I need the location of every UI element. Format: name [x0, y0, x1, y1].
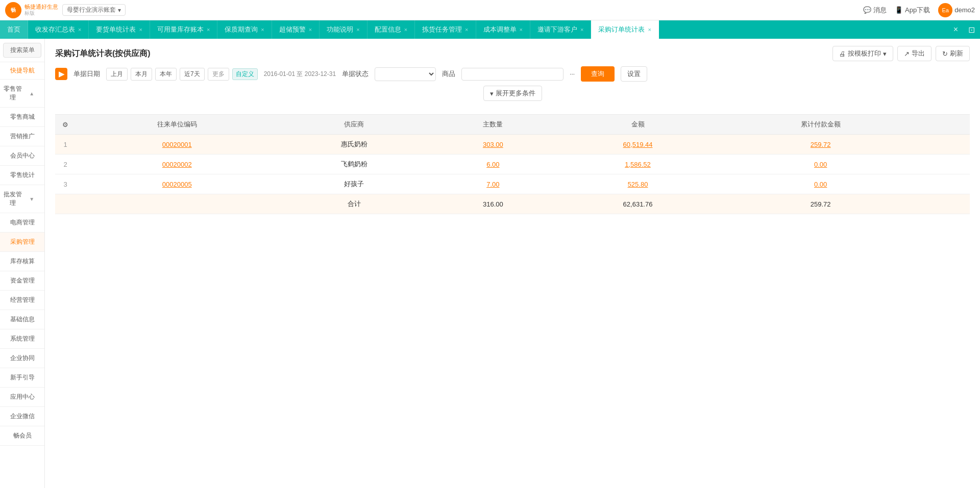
- sidebar-item-purchase-mgmt[interactable]: 采购管理: [0, 233, 44, 252]
- quick-nav-btn[interactable]: 快捷导航: [0, 62, 44, 80]
- export-icon: ↗: [904, 50, 910, 58]
- tab-close-icon[interactable]: ×: [78, 27, 81, 33]
- sidebar-item-ops-mgmt[interactable]: 经营管理: [0, 291, 44, 310]
- tab-close-icon[interactable]: ×: [580, 27, 583, 33]
- export-button[interactable]: ↗ 导出: [897, 46, 932, 61]
- search-menu-btn[interactable]: 搜索菜单: [3, 43, 41, 58]
- tab-feature-desc[interactable]: 功能说明 ×: [320, 20, 367, 39]
- goods-more-btn[interactable]: ···: [570, 70, 575, 78]
- sidebar-item-retail-mgmt[interactable]: 零售管理 ▲: [0, 80, 44, 108]
- workspace-name: 母婴行业演示账套: [67, 6, 116, 14]
- this-month-btn[interactable]: 本月: [131, 68, 152, 81]
- row-amount[interactable]: 525.80: [556, 174, 719, 194]
- user-info[interactable]: Ea demo2: [938, 3, 975, 17]
- data-table: ⚙ 往来单位编码 供应商 主数量 金额 累计付款金额 1 00020001 惠氏…: [55, 114, 970, 214]
- sidebar-item-basic-info[interactable]: 基础信息: [0, 310, 44, 329]
- table-row: 1 00020001 惠氏奶粉 303.00 60,519.44 259.72: [55, 135, 970, 155]
- phone-icon: 📱: [895, 6, 903, 14]
- page: 采购订单统计表(按供应商) 🖨 按模板打印 ▾ ↗ 导出 ↻ 刷新: [45, 39, 980, 488]
- row-supplier: 好孩子: [278, 174, 429, 194]
- tab-actions: × ⊡: [948, 25, 980, 35]
- sidebar-item-newcomer-guide[interactable]: 新手引导: [0, 368, 44, 388]
- this-year-btn[interactable]: 本年: [155, 68, 177, 81]
- more-date-btn[interactable]: 更多: [208, 68, 229, 81]
- tab-inventory-ledger[interactable]: 可用量库存账本 ×: [150, 20, 217, 39]
- tab-home[interactable]: 首页: [0, 20, 28, 39]
- refresh-button[interactable]: ↻ 刷新: [936, 46, 970, 61]
- sidebar-item-ecommerce-mgmt[interactable]: 电商管理: [0, 213, 44, 233]
- row-code[interactable]: 00020001: [76, 135, 278, 155]
- date-range-display: 2016-01-01 至 2023-12-31: [264, 70, 336, 79]
- workspace-selector[interactable]: 母婴行业演示账套 ▾: [62, 4, 126, 16]
- app-download-btn[interactable]: 📱 App下载: [895, 6, 930, 15]
- row-amount[interactable]: 60,519.44: [556, 135, 719, 155]
- query-button[interactable]: 查询: [581, 66, 615, 82]
- last-7-days-btn[interactable]: 近7天: [180, 68, 205, 81]
- sidebar-item-member-center[interactable]: 会员中心: [0, 146, 44, 166]
- settings-icon[interactable]: ⚙: [62, 121, 68, 129]
- row-paid[interactable]: 259.72: [719, 135, 922, 155]
- close-tab-btn[interactable]: ×: [948, 25, 963, 34]
- filter-area: ▶ 单据日期 上月 本月 本年 近7天 更多 自定义 2016-01-01 至 …: [45, 66, 980, 114]
- tab-close-icon[interactable]: ×: [207, 27, 210, 33]
- expand-more-conditions-btn[interactable]: ▾ 展开更多条件: [483, 86, 542, 101]
- status-label: 单据状态: [342, 69, 369, 79]
- tab-close-icon[interactable]: ×: [648, 27, 651, 33]
- tab-freshness[interactable]: 保质期查询 ×: [217, 20, 272, 39]
- tab-invite-downstream[interactable]: 邀请下游客户 ×: [530, 20, 591, 39]
- sidebar-item-wholesale-mgmt[interactable]: 批发管理 ▼: [0, 185, 44, 213]
- tab-close-icon[interactable]: ×: [404, 27, 407, 33]
- date-label: 单据日期: [74, 69, 100, 79]
- settings-button[interactable]: 设置: [621, 66, 647, 82]
- footer-empty1: [55, 194, 76, 214]
- tab-close-icon[interactable]: ×: [465, 27, 468, 33]
- sidebar-item-enterprise-wechat[interactable]: 企业微信: [0, 407, 44, 426]
- tab-close-icon[interactable]: ×: [356, 27, 359, 33]
- status-select[interactable]: [375, 67, 436, 81]
- sidebar-item-member[interactable]: 畅会员: [0, 426, 44, 446]
- tab-purchase-stats[interactable]: 采购订单统计表 ×: [591, 20, 658, 39]
- row-amount[interactable]: 1,586.52: [556, 155, 719, 174]
- row-qty[interactable]: 6.00: [430, 155, 556, 174]
- logo-area: 畅 畅捷通好生意 标版: [5, 2, 58, 18]
- message-btn[interactable]: 💬 消息: [863, 6, 887, 15]
- sidebar-item-sys-mgmt[interactable]: 系统管理: [0, 329, 44, 349]
- tab-close-icon[interactable]: ×: [139, 27, 142, 33]
- tab-order-stats[interactable]: 要货单统计表 ×: [89, 20, 150, 39]
- sidebar-item-enterprise-collab[interactable]: 企业协同: [0, 349, 44, 368]
- top-bar-left: 畅 畅捷通好生意 标版 母婴行业演示账套 ▾: [5, 2, 126, 18]
- row-code[interactable]: 00020002: [76, 155, 278, 174]
- tab-pickup-task[interactable]: 拣货任务管理 ×: [415, 20, 476, 39]
- col-amount: 金额: [556, 115, 719, 135]
- sidebar-item-app-center[interactable]: 应用中心: [0, 388, 44, 407]
- top-bar: 畅 畅捷通好生意 标版 母婴行业演示账套 ▾ 💬 消息 📱 App下载 Ea d…: [0, 0, 980, 20]
- goods-input[interactable]: [461, 68, 564, 81]
- tab-close-icon[interactable]: ×: [309, 27, 312, 33]
- print-button[interactable]: 🖨 按模板打印 ▾: [832, 46, 893, 61]
- tab-config-info[interactable]: 配置信息 ×: [368, 20, 415, 39]
- table-area: ⚙ 往来单位编码 供应商 主数量 金额 累计付款金额 1 00020001 惠氏…: [45, 114, 980, 214]
- row-num: 1: [55, 135, 76, 155]
- tab-close-icon[interactable]: ×: [261, 27, 264, 33]
- tab-close-icon[interactable]: ×: [520, 27, 523, 33]
- tab-receive-send[interactable]: 收发存汇总表 ×: [28, 20, 89, 39]
- sidebar-item-finance-mgmt[interactable]: 资金管理: [0, 271, 44, 291]
- tab-cost-adjust[interactable]: 成本调整单 ×: [476, 20, 530, 39]
- row-extra: [922, 174, 970, 194]
- filter-toggle-btn[interactable]: ▶: [55, 68, 67, 80]
- row-paid[interactable]: 0.00: [719, 155, 922, 174]
- sidebar-item-inventory-check[interactable]: 库存核算: [0, 252, 44, 271]
- col-code: 往来单位编码: [76, 115, 278, 135]
- footer-extra: [922, 194, 970, 214]
- sidebar-item-retail-stats[interactable]: 零售统计: [0, 166, 44, 185]
- sidebar-item-marketing[interactable]: 营销推广: [0, 127, 44, 146]
- row-code[interactable]: 00020005: [76, 174, 278, 194]
- row-qty[interactable]: 303.00: [430, 135, 556, 155]
- row-supplier: 飞鹤奶粉: [278, 155, 429, 174]
- row-qty[interactable]: 7.00: [430, 174, 556, 194]
- last-month-btn[interactable]: 上月: [106, 68, 128, 81]
- tab-overstock[interactable]: 超储预警 ×: [272, 20, 320, 39]
- sidebar-item-retail-shop[interactable]: 零售商城: [0, 108, 44, 127]
- row-paid[interactable]: 0.00: [719, 174, 922, 194]
- maximize-tab-btn[interactable]: ⊡: [963, 25, 980, 35]
